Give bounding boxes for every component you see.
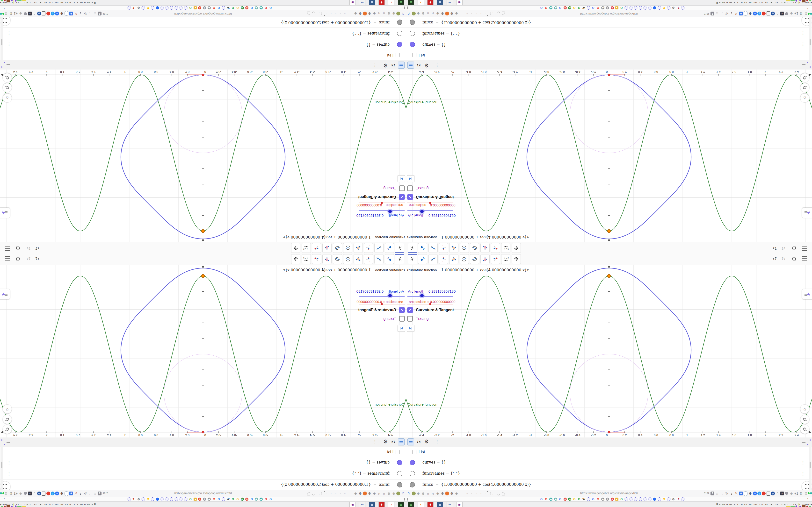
folder-icon[interactable] (487, 491, 491, 496)
settings-gear-icon[interactable]: ⚙ (383, 439, 388, 445)
glyph-icon[interactable]: ⊕ (372, 491, 376, 496)
tab-favicon[interactable]: ⚙ (672, 6, 675, 10)
glyph-icon[interactable]: ⚙ (799, 11, 803, 16)
tab-favicon[interactable]: ⚙ (137, 6, 140, 10)
glyph-icon[interactable]: → (88, 491, 92, 496)
sort-objects-button[interactable] (407, 439, 414, 445)
graphics-view[interactable]: -2.4-2.2-2-1.8-1.6-1.4-1.2-1-0.8-0.6-0.4… (406, 69, 812, 242)
glyph-icon[interactable]: ⚙ (440, 11, 445, 16)
tab-favicon[interactable] (681, 497, 684, 501)
settings-gear-icon[interactable]: ⚙ (424, 439, 429, 445)
curvature-tangent-checkbox[interactable]: ✓ (407, 194, 413, 200)
arc-position-slider[interactable] (359, 304, 405, 304)
tab-favicon[interactable]: Я (563, 6, 567, 10)
tab-favicon[interactable]: W (226, 6, 230, 10)
tool-point[interactable]: A (385, 254, 394, 264)
cir-icon[interactable]: + (753, 12, 757, 15)
tab-favicon[interactable]: G (558, 6, 562, 10)
arc-position-slider-knob[interactable] (380, 202, 383, 204)
scrollbar-thumb[interactable] (1, 462, 2, 468)
algebra-row[interactable]: funcs = {1.000000000000 + cos(4.00000000… (0, 16, 406, 27)
lock-icon[interactable] (307, 491, 311, 496)
tab-favicon[interactable] (142, 6, 145, 10)
step-animation-button[interactable] (398, 325, 405, 332)
tab-favicon[interactable]: ◣ (615, 6, 619, 10)
undo-button[interactable]: ↺ (770, 243, 779, 253)
origin-point[interactable] (608, 431, 610, 433)
taskbar-app-button[interactable]: 64 (447, 502, 453, 507)
taskbar-app-button[interactable]: ◗ (418, 502, 424, 507)
glyph-icon[interactable]: ⚙ (358, 491, 362, 496)
tab-favicon[interactable]: G (540, 497, 543, 501)
sq-icon[interactable]: A (69, 492, 73, 495)
glyph-icon[interactable]: +1 (13, 491, 18, 496)
taskbar-app-button[interactable]: ◗ (418, 0, 424, 5)
algebra-row[interactable]: curves = {}⋮ (406, 39, 812, 50)
collapse-icon[interactable]: − (396, 53, 400, 57)
home-view-button[interactable]: ⌂ (800, 404, 809, 413)
glyph-icon[interactable]: ⊕ (387, 491, 391, 496)
tab-favicon[interactable]: ◉ (208, 497, 211, 501)
page-url[interactable]: https://www.geogebra.org/classic/aagcxh3… (174, 492, 232, 495)
curvature-function-dropdown[interactable]: 1.000000000000 + cos(4.000000000000 x) ▼ (294, 233, 373, 241)
arc-position-slider-knob[interactable] (429, 303, 432, 305)
taskbar-app-button[interactable]: ▤ (398, 502, 404, 507)
arc-position-slider-knob[interactable] (380, 303, 383, 305)
tab-favicon[interactable]: Я (198, 6, 202, 10)
tab-favicon[interactable]: G (545, 6, 548, 10)
home-view-button[interactable]: ⌂ (800, 94, 809, 103)
panel-toggle-button[interactable] (0, 289, 10, 299)
zoom-out-button[interactable]: − (800, 425, 809, 434)
search-button[interactable] (13, 243, 22, 253)
glyph-icon[interactable]: ⊕ (372, 11, 376, 16)
tab-favicon[interactable]: G (662, 6, 666, 10)
glyph-icon[interactable]: ∩ (377, 11, 382, 16)
tab-favicon[interactable]: Я (198, 497, 202, 501)
tab-favicon[interactable]: G (573, 6, 576, 10)
cir-icon[interactable]: ⊕ (37, 12, 41, 15)
glyph-icon[interactable]: ∩ (426, 11, 430, 16)
row-kebab-icon[interactable]: ⋮ (801, 471, 805, 476)
tab-favicon[interactable]: Я (245, 497, 249, 501)
tab-favicon[interactable]: G (577, 6, 581, 10)
page-url[interactable]: https://www.geogebra.org/classic/aagcxh3… (580, 12, 638, 15)
taskbar-app-button[interactable]: 64 (359, 0, 365, 5)
cir-icon[interactable]: ↕ (51, 492, 55, 495)
glyph-icon[interactable]: ⚙ (4, 491, 8, 496)
glyph-icon[interactable]: ⊕ (353, 491, 358, 496)
sq-icon[interactable]: A (739, 492, 743, 495)
tab-favicon[interactable] (648, 6, 652, 10)
cir-icon[interactable] (762, 492, 766, 495)
lock-icon[interactable] (501, 11, 505, 16)
glyph-icon[interactable]: ⚙ (799, 491, 803, 496)
lock-icon[interactable] (307, 11, 311, 16)
trash-icon[interactable] (766, 11, 770, 16)
glyph-icon[interactable]: ⊕ (789, 11, 794, 16)
tab-favicon[interactable]: ◉ (259, 6, 263, 10)
tab-favicon[interactable] (629, 6, 633, 10)
tab-favicon[interactable] (174, 6, 178, 10)
glyph-icon[interactable]: → (720, 11, 724, 16)
tab-favicon[interactable]: G (592, 497, 595, 501)
zoom-out-button[interactable]: − (3, 425, 12, 434)
origin-point[interactable] (202, 431, 204, 433)
tab-favicon[interactable]: ◉ (259, 497, 263, 501)
shield-icon[interactable] (23, 491, 28, 496)
tab-favicon[interactable]: G (264, 497, 268, 501)
row-kebab-icon[interactable]: ⋮ (801, 42, 805, 47)
tab-favicon[interactable] (170, 497, 173, 501)
tool-move[interactable] (408, 254, 417, 264)
glyph-icon[interactable]: ⚙ (59, 11, 64, 16)
undo-button[interactable]: ↺ (770, 254, 779, 264)
glyph-icon[interactable]: ▯ (775, 491, 779, 496)
browser-zoom-level[interactable]: 81% (704, 492, 709, 495)
tool-slider[interactable]: a = 2 (302, 254, 311, 264)
tab-favicon[interactable] (221, 497, 225, 501)
cir-icon[interactable] (445, 12, 449, 15)
tab-favicon[interactable]: Я (245, 6, 249, 10)
tab-favicon[interactable]: f (676, 6, 680, 10)
shield-icon[interactable] (784, 491, 789, 496)
tab-favicon[interactable]: G (236, 497, 240, 501)
tab-favicon[interactable]: G (212, 6, 216, 10)
main-menu-button[interactable] (3, 254, 12, 264)
